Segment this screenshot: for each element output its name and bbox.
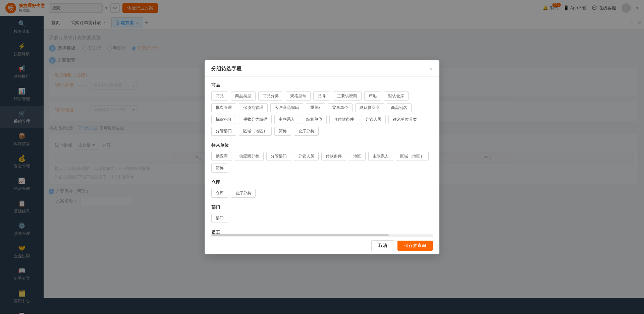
field-tag[interactable]: 税收分类编码 [239,115,272,124]
field-tag[interactable]: 往来单位分类 [388,115,421,124]
field-tag[interactable]: 主联系人 [368,152,393,161]
h-scroll-thumb [212,234,389,236]
field-tag[interactable]: 主要供应商 [333,91,362,101]
field-select-modal: 分组待选字段 × 商品 商品 商品类型 商品分类 规格型号 品牌 主要供应商 产… [205,60,439,254]
field-tag[interactable]: 结算单位 [302,115,327,124]
field-tag[interactable]: 收付款条件 [329,115,358,124]
section-warehouse-title: 仓库 [211,179,433,185]
field-tag[interactable]: 区域（地区） [239,127,272,136]
field-tag[interactable]: 默认仓库 [384,91,409,101]
section-department-title: 部门 [211,204,433,210]
field-tag[interactable]: 拣货积分 [211,115,236,124]
field-tag[interactable]: 分管部门 [266,152,291,161]
field-tag[interactable]: 产地 [364,91,381,101]
field-tag[interactable]: 商品 [211,91,228,101]
modal-body[interactable]: 商品 商品 商品类型 商品分类 规格型号 品牌 主要供应商 产地 默认仓库 批次… [205,77,439,234]
field-tag[interactable]: 重量3 [306,103,325,112]
field-tag[interactable]: 默认供应商 [355,103,384,112]
field-tag[interactable]: 主联系人 [274,115,299,124]
section-staff: 员工 业务员 [211,230,433,234]
field-tag[interactable]: 简称 [274,127,291,136]
modal-close-button[interactable]: × [429,65,433,72]
field-tag[interactable]: 仓库分类 [294,127,319,136]
field-tag[interactable]: 供应商分类 [235,152,264,161]
save-query-button[interactable]: 保存并查询 [397,241,433,251]
field-tag[interactable]: 付款条件 [321,152,346,161]
field-tag[interactable]: 规格型号 [286,91,311,101]
partner-fields: 供应商 供应商分类 分管部门 分管人员 付款条件 地区 主联系人 区域（地区） … [211,152,433,173]
modal-header: 分组待选字段 × [205,60,439,77]
product-fields: 商品 商品类型 商品分类 规格型号 品牌 主要供应商 产地 默认仓库 批次管理 … [211,91,433,136]
field-tag[interactable]: 商品别名 [387,103,412,112]
field-tag[interactable]: 分管人员 [361,115,386,124]
horizontal-scrollbar[interactable] [211,234,433,237]
field-tag[interactable]: 简称 [211,164,228,173]
modal-action-bar: 取消 保存并查询 [205,237,439,254]
section-partner-title: 往来单位 [211,142,433,148]
field-tag[interactable]: 仓库分类 [231,189,256,198]
field-tag[interactable]: 零售单位 [328,103,353,112]
cancel-button[interactable]: 取消 [371,240,394,251]
section-warehouse: 仓库 仓库 仓库分类 [211,179,433,198]
modal-title: 分组待选字段 [211,66,241,72]
section-staff-title: 员工 [211,230,433,234]
field-tag[interactable]: 商品分类 [258,91,283,101]
field-tag[interactable]: 分管人员 [294,152,319,161]
section-product-title: 商品 [211,82,433,88]
field-tag[interactable]: 区域（地区） [396,152,429,161]
section-product: 商品 商品 商品类型 商品分类 规格型号 品牌 主要供应商 产地 默认仓库 批次… [211,82,433,136]
department-fields: 部门 [211,214,433,223]
field-tag[interactable]: 商品类型 [231,91,256,101]
section-department: 部门 部门 [211,204,433,223]
field-tag[interactable]: 分管部门 [211,127,236,136]
field-tag[interactable]: 供应商 [211,152,232,161]
field-tag[interactable]: 仓库 [211,189,228,198]
field-tag[interactable]: 保质期管理 [239,103,268,112]
field-tag[interactable]: 批次管理 [211,103,236,112]
section-partner: 往来单位 供应商 供应商分类 分管部门 分管人员 付款条件 地区 主联系人 区域… [211,142,433,173]
field-tag[interactable]: 客户商品编码 [270,103,303,112]
field-tag[interactable]: 地区 [349,152,366,161]
warehouse-fields: 仓库 仓库分类 [211,189,433,198]
field-tag[interactable]: 品牌 [313,91,330,101]
field-tag[interactable]: 部门 [211,214,228,223]
